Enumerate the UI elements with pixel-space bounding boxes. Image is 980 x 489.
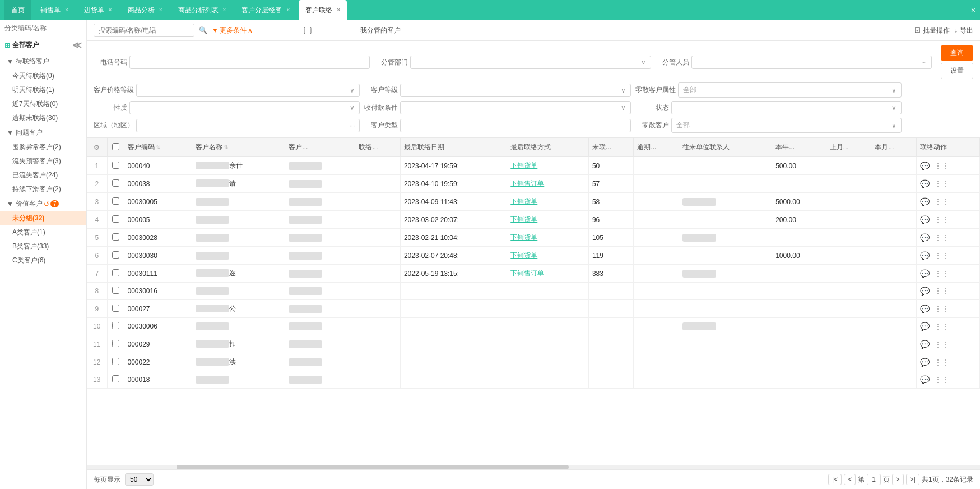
tab-customer-tier-close[interactable]: × [286, 0, 290, 20]
more-icon[interactable]: ⋮⋮ [934, 269, 950, 278]
search-input[interactable] [94, 24, 194, 37]
dept-input[interactable]: ∨ [410, 56, 651, 69]
tab-purchase[interactable]: 进货单 × [77, 0, 119, 20]
row-actions[interactable]: 💬 ⋮⋮ [916, 371, 979, 389]
tab-sales-close[interactable]: × [65, 0, 68, 20]
contact-icon[interactable]: 💬 [920, 233, 930, 242]
th-check[interactable] [107, 138, 124, 157]
sidebar-item-warning[interactable]: 流失预警客户(3) [0, 154, 86, 168]
more-icon[interactable]: ⋮⋮ [934, 179, 950, 188]
row-actions[interactable]: 💬 ⋮⋮ [916, 318, 979, 335]
price-grade-input[interactable]: ∨ [136, 84, 360, 97]
row-checkbox[interactable] [112, 233, 119, 241]
status-input[interactable]: ∨ [671, 101, 902, 114]
row-check[interactable] [107, 157, 124, 175]
row-checkbox[interactable] [112, 358, 119, 365]
sidebar-item-a-class[interactable]: A类客户(1) [0, 225, 86, 239]
tab-customer-contact[interactable]: 客户联络 × [299, 0, 347, 20]
contact-icon[interactable]: 💬 [920, 340, 930, 349]
my-customers-check[interactable] [257, 27, 358, 34]
row-checkbox[interactable] [112, 215, 119, 223]
tab-analysis-list-close[interactable]: × [223, 0, 226, 20]
sidebar-item-declining[interactable]: 持续下滑客户(2) [0, 182, 86, 196]
sidebar-item-week-pending[interactable]: 近7天待联络(0) [0, 97, 86, 111]
row-check[interactable] [107, 193, 124, 211]
payment-input[interactable]: ∨ [400, 101, 630, 114]
settings-icon[interactable]: ⚙ [94, 144, 100, 151]
more-icon[interactable]: ⋮⋮ [934, 233, 950, 242]
prev-page-btn[interactable]: < [844, 474, 856, 485]
row-checkbox[interactable] [112, 322, 119, 329]
more-icon[interactable]: ⋮⋮ [934, 251, 950, 260]
sidebar-group-pending[interactable]: ▼ 待联络客户 [0, 54, 86, 69]
contact-icon[interactable]: 💬 [920, 287, 930, 296]
sidebar-item-b-class[interactable]: B类客户(33) [0, 239, 86, 253]
th-settings[interactable]: ⚙ [87, 138, 107, 157]
sidebar-item-overdue[interactable]: 逾期未联络(30) [0, 111, 86, 125]
batch-op-btn[interactable]: ☑ 批量操作 [914, 26, 950, 35]
row-actions[interactable]: 💬 ⋮⋮ [916, 229, 979, 247]
row-check[interactable] [107, 229, 124, 247]
reset-button[interactable]: 设置 [941, 63, 973, 79]
more-icon[interactable]: ⋮⋮ [934, 162, 950, 170]
close-all-tabs[interactable]: × [971, 6, 976, 15]
more-icon[interactable]: ⋮⋮ [934, 375, 950, 384]
contact-icon[interactable]: 💬 [920, 162, 930, 170]
row-actions[interactable]: 💬 ⋮⋮ [916, 193, 979, 211]
row-checkbox[interactable] [112, 162, 119, 169]
tab-analysis-close[interactable]: × [159, 0, 162, 20]
grade-input[interactable]: ∨ [400, 84, 630, 97]
tab-sales[interactable]: 销售单 × [34, 0, 75, 20]
scroll-thumb[interactable] [177, 465, 569, 469]
person-input[interactable]: ··· [691, 56, 932, 69]
row-actions[interactable]: 💬 ⋮⋮ [916, 211, 979, 229]
row-actions[interactable]: 💬 ⋮⋮ [916, 335, 979, 353]
sidebar-search-input[interactable] [4, 24, 87, 32]
query-button[interactable]: 查询 [941, 45, 973, 61]
th-name[interactable]: 客户名称 ⇅ [192, 138, 285, 157]
sidebar-group-value[interactable]: ▼ 价值客户 ↺ 7 [0, 196, 86, 211]
tab-purchase-close[interactable]: × [109, 0, 112, 20]
row-check[interactable] [107, 353, 124, 371]
zero-attr-input[interactable]: 全部 ∨ [678, 82, 902, 98]
sidebar-item-ungroup[interactable]: 未分组(32) [0, 211, 86, 225]
row-check[interactable] [107, 175, 124, 193]
row-checkbox[interactable] [112, 179, 119, 187]
zero-input[interactable]: 全部 ∨ [671, 118, 902, 133]
contact-icon[interactable]: 💬 [920, 197, 930, 206]
region-input[interactable]: ··· [136, 119, 360, 132]
row-checkbox[interactable] [112, 305, 119, 312]
more-conditions-link[interactable]: ▼ 更多条件 ∧ [212, 26, 253, 35]
row-actions[interactable]: 💬 ⋮⋮ [916, 283, 979, 300]
row-actions[interactable]: 💬 ⋮⋮ [916, 265, 979, 283]
row-check[interactable] [107, 247, 124, 265]
tab-analysis[interactable]: 商品分析 × [121, 0, 169, 20]
phone-input[interactable] [129, 56, 370, 69]
row-actions[interactable]: 💬 ⋮⋮ [916, 175, 979, 193]
row-checkbox[interactable] [112, 269, 119, 276]
more-icon[interactable]: ⋮⋮ [934, 287, 950, 296]
contact-icon[interactable]: 💬 [920, 269, 930, 278]
search-button[interactable]: 🔍 [199, 26, 207, 34]
row-checkbox[interactable] [112, 287, 119, 294]
tab-home[interactable]: 首页 [4, 0, 31, 20]
sidebar-group-problem[interactable]: ▼ 问题客户 [0, 125, 86, 140]
row-checkbox[interactable] [112, 197, 119, 205]
horizontal-scrollbar[interactable] [87, 465, 980, 469]
contact-icon[interactable]: 💬 [920, 251, 930, 260]
row-check[interactable] [107, 300, 124, 318]
contact-icon[interactable]: 💬 [920, 322, 930, 331]
more-icon[interactable]: ⋮⋮ [934, 197, 950, 206]
row-checkbox[interactable] [112, 375, 119, 382]
my-customers-checkbox[interactable]: 我分管的客户 [257, 26, 401, 35]
contact-icon[interactable]: 💬 [920, 215, 930, 224]
value-refresh-icon[interactable]: ↺ [44, 200, 49, 208]
row-actions[interactable]: 💬 ⋮⋮ [916, 247, 979, 265]
more-icon[interactable]: ⋮⋮ [934, 215, 950, 224]
tab-customer-tier[interactable]: 客户分层经客 × [235, 0, 296, 20]
row-checkbox[interactable] [112, 251, 119, 259]
more-icon[interactable]: ⋮⋮ [934, 322, 950, 331]
contact-icon[interactable]: 💬 [920, 179, 930, 188]
row-actions[interactable]: 💬 ⋮⋮ [916, 353, 979, 371]
export-btn[interactable]: ↓ 导出 [954, 26, 973, 35]
